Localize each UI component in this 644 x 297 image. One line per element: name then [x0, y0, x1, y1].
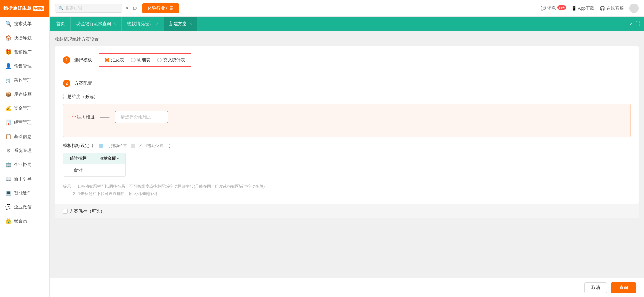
- metrics-header: 模板指标设定（ 可拖动位置 不可拖动位置 ）: [63, 143, 631, 149]
- amount-header-cell: 收款金额 ▾: [100, 156, 119, 161]
- sidebar-item-operations[interactable]: 📊 经营管理: [0, 115, 49, 130]
- total-row: 合计: [63, 164, 125, 176]
- amount-dropdown-icon[interactable]: ▾: [117, 157, 119, 160]
- search-bar[interactable]: 🔍 搜索功能...: [55, 4, 122, 13]
- fixed-legend-dot: [131, 144, 135, 148]
- search-menu-icon: 🔍: [5, 21, 11, 27]
- save-checkbox-label: 方案保存（可选）: [70, 208, 105, 214]
- main-area: 🔍 搜索功能... ▾ ⚙ 体验行业方案 💬 消息 99+ 📱 App下载 🎧 …: [50, 0, 644, 297]
- dimension-selector[interactable]: 请选择分组维度: [115, 111, 168, 123]
- stats-col-label: 统计指标: [70, 156, 86, 161]
- sidebar-item-purchase[interactable]: 🛒 采购管理: [0, 73, 49, 87]
- settings-icon[interactable]: ⚙: [132, 5, 137, 11]
- service-icon: 🎧: [600, 6, 605, 11]
- sidebar-item-label: 经营管理: [14, 119, 32, 126]
- dimension-area: * * 纵向维度 —— 请选择分组维度: [63, 104, 631, 137]
- doc-icon: 📋: [5, 134, 11, 140]
- user-avatar[interactable]: [629, 4, 639, 13]
- radio-summary-label: 汇总表: [111, 57, 124, 63]
- notification-item[interactable]: 💬 消息 99+: [541, 5, 566, 11]
- sidebar-item-guide[interactable]: 📖 新手引导: [0, 172, 49, 186]
- sidebar-item-system[interactable]: ⚙ 系统管理: [0, 144, 49, 158]
- sidebar-item-member[interactable]: 👑 畅会员: [0, 214, 49, 228]
- step1-row: 1 选择模板 汇总表 明细表: [63, 53, 631, 67]
- tip-prefix: 提示：: [63, 184, 75, 189]
- content-area: 收款情况统计方案设置 1 选择模板 汇总表: [50, 31, 644, 278]
- sidebar-item-smart-hw[interactable]: 💻 智能硬件: [0, 186, 49, 200]
- sidebar-item-marketing[interactable]: 🎁 营销推广: [0, 45, 49, 59]
- sidebar-item-quick-nav[interactable]: 🏠 快捷导航: [0, 31, 49, 45]
- tabs-bar: 首页 现金银行流水查询 × 收款情况统计 × 新建方案 × × ⛶: [50, 17, 644, 31]
- message-icon: 💬: [541, 6, 546, 11]
- tab-receipt-stats-label: 收款情况统计: [127, 21, 153, 27]
- tab-receipt-stats-close[interactable]: ×: [156, 21, 158, 26]
- dropdown-icon[interactable]: ▾: [126, 6, 128, 11]
- amount-column-header[interactable]: 收款金额 ▾: [93, 153, 125, 164]
- radio-detail-label: 明细表: [137, 57, 150, 63]
- sidebar-item-label: 基础信息: [14, 134, 32, 140]
- sidebar-item-label: 采购管理: [14, 77, 32, 83]
- draggable-label: 可拖动位置: [107, 143, 127, 149]
- query-button[interactable]: 查询: [611, 282, 636, 293]
- metrics-close: ）: [169, 143, 173, 149]
- total-value: [93, 164, 125, 176]
- search-icon: 🔍: [59, 6, 64, 11]
- radio-summary[interactable]: 汇总表: [105, 57, 124, 63]
- gear-icon: ⚙: [5, 148, 11, 154]
- sidebar-item-label: 库存核算: [14, 91, 32, 97]
- sidebar-item-funds[interactable]: 💰 资金管理: [0, 101, 49, 115]
- service-item[interactable]: 🎧 在线客服: [600, 5, 624, 11]
- main-card: 1 选择模板 汇总表 明细表: [55, 46, 639, 204]
- tab-bank-flow-close[interactable]: ×: [114, 21, 116, 26]
- sidebar-item-label: 营销推广: [14, 49, 32, 55]
- footer-bar: 取消 查询: [50, 278, 644, 297]
- notification-label: 消息: [547, 5, 556, 11]
- tab-new-plan-close[interactable]: ×: [190, 21, 192, 26]
- step1-label: 选择模板: [74, 57, 92, 63]
- tab-home-label: 首页: [56, 21, 65, 27]
- sidebar-item-search-menu[interactable]: 🔍 搜索菜单: [0, 17, 49, 31]
- radio-summary-dot: [105, 58, 109, 62]
- tab-bank-flow[interactable]: 现金银行流水查询 ×: [71, 17, 122, 31]
- sidebar: 畅捷通好生意 标准版 🔍 搜索菜单 🏠 快捷导航 🎁 营销推广 👤 销售管理 🛒…: [0, 0, 50, 297]
- radio-detail[interactable]: 明细表: [131, 57, 150, 63]
- radio-cross[interactable]: 交叉统计表: [157, 57, 185, 63]
- step2-badge: 2: [63, 80, 70, 87]
- tab-new-plan[interactable]: 新建方案 ×: [164, 17, 198, 31]
- maximize-button[interactable]: ⛶: [635, 21, 640, 27]
- tab-receipt-stats[interactable]: 收款情况统计 ×: [122, 17, 164, 31]
- crown-icon: 👑: [5, 218, 11, 224]
- laptop-icon: 💻: [5, 190, 11, 196]
- download-label: App下载: [578, 5, 594, 11]
- download-icon: 📱: [571, 6, 577, 11]
- money-icon: 💰: [5, 105, 11, 111]
- dimension-row: * * 纵向维度 —— 请选择分组维度: [71, 111, 622, 123]
- cancel-button[interactable]: 取消: [584, 282, 607, 293]
- save-checkbox-box[interactable]: [63, 209, 68, 214]
- cart-icon: 🛒: [5, 77, 11, 83]
- sidebar-item-enterprise[interactable]: 🏢 企业协同: [0, 158, 49, 172]
- sidebar-item-sales[interactable]: 👤 销售管理: [0, 59, 49, 73]
- sidebar-item-inventory[interactable]: 📦 库存核算: [0, 87, 49, 101]
- radio-detail-dot: [131, 58, 136, 62]
- service-label: 在线客服: [606, 5, 624, 11]
- amount-label: 收款金额: [100, 156, 116, 161]
- vertical-dim-label: * * 纵向维度: [71, 114, 95, 120]
- arrow: ——: [100, 114, 109, 120]
- sidebar-item-label: 系统管理: [14, 148, 32, 154]
- logo-badge: 标准版: [33, 6, 44, 11]
- save-checkbox[interactable]: 方案保存（可选）: [63, 208, 105, 214]
- tab-home[interactable]: 首页: [50, 17, 71, 31]
- dimension-title: 汇总维度（必选）: [63, 94, 631, 100]
- download-item[interactable]: 📱 App下载: [571, 5, 594, 11]
- bottom-bar: 方案保存（可选）: [55, 204, 639, 218]
- search-placeholder: 搜索功能...: [66, 5, 85, 11]
- sidebar-item-label: 畅会员: [14, 218, 27, 224]
- sidebar-item-label: 资金管理: [14, 105, 32, 111]
- industry-button[interactable]: 体验行业方案: [142, 3, 179, 13]
- sidebar-item-basic-info[interactable]: 📋 基础信息: [0, 130, 49, 144]
- minimize-button[interactable]: ×: [630, 21, 633, 27]
- sidebar-item-weixin[interactable]: 💬 企业微信: [0, 200, 49, 214]
- topbar: 🔍 搜索功能... ▾ ⚙ 体验行业方案 💬 消息 99+ 📱 App下载 🎧 …: [50, 0, 644, 17]
- tab-new-plan-label: 新建方案: [169, 21, 187, 27]
